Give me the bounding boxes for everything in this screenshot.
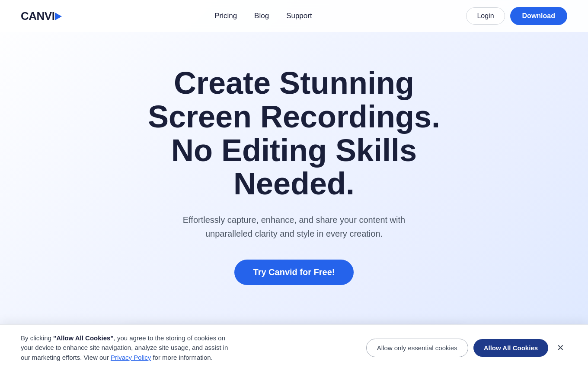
cookie-end: for more information. [151, 354, 213, 361]
cookie-actions: Allow only essential cookies Allow All C… [366, 339, 567, 357]
allow-essential-button[interactable]: Allow only essential cookies [366, 339, 468, 357]
nav-actions: Login Download [466, 7, 567, 25]
nav-item-support[interactable]: Support [286, 12, 312, 20]
logo-play-icon [55, 13, 62, 20]
nav-item-pricing[interactable]: Pricing [214, 12, 237, 20]
nav-item-blog[interactable]: Blog [254, 12, 269, 20]
allow-all-button[interactable]: Allow All Cookies [473, 339, 548, 357]
cookie-text: By clicking "Allow All Cookies", you agr… [21, 333, 228, 363]
cookie-bold: "Allow All Cookies" [53, 334, 114, 342]
privacy-policy-link[interactable]: Privacy Policy [111, 354, 151, 361]
download-button[interactable]: Download [510, 7, 567, 25]
close-cookie-banner-button[interactable]: ✕ [553, 341, 567, 355]
hero-section: Create Stunning Screen Recordings. No Ed… [0, 32, 588, 302]
hero-subtitle: Effortlessly capture, enhance, and share… [173, 213, 415, 241]
cookie-banner: By clicking "Allow All Cookies", you agr… [0, 324, 588, 371]
nav-links: Pricing Blog Support [214, 12, 312, 20]
logo-text: CANVI [21, 10, 54, 23]
login-button[interactable]: Login [466, 7, 505, 25]
cta-button[interactable]: Try Canvid for Free! [234, 260, 354, 285]
logo-link[interactable]: CANVI [21, 10, 60, 23]
navbar: CANVI Pricing Blog Support Login Downloa… [0, 0, 588, 32]
hero-title: Create Stunning Screen Recordings. No Ed… [125, 67, 463, 201]
cookie-intro: By clicking [21, 334, 53, 342]
